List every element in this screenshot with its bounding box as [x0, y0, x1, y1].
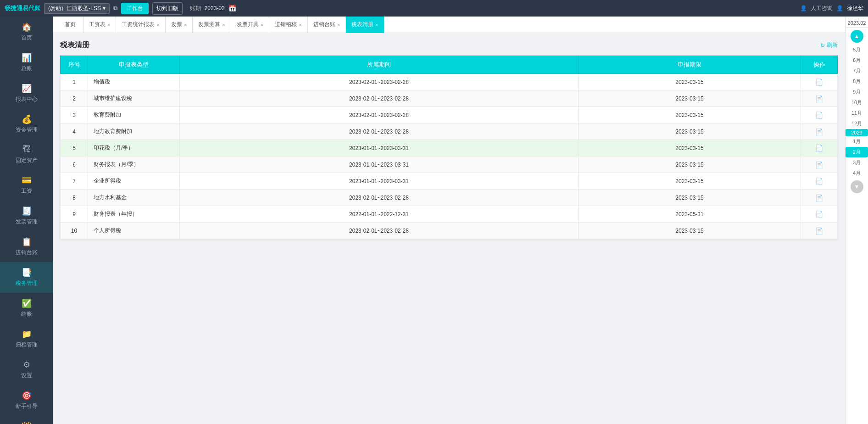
- sidebar-item-asset[interactable]: 🏗 固定资产: [0, 139, 53, 170]
- panel-month-7[interactable]: 7月: [846, 66, 868, 76]
- sidebar-label-report: 报表中心: [16, 95, 38, 103]
- ai-consult-label[interactable]: 人工咨询: [811, 5, 833, 12]
- tab-close-payroll[interactable]: ×: [107, 22, 110, 28]
- table-row: 2 城市维护建设税 2023-02-01~2023-02-28 2023-03-…: [61, 90, 838, 107]
- tab-home[interactable]: 首页: [57, 17, 83, 33]
- panel-month-12[interactable]: 12月: [846, 118, 868, 129]
- action-icon-3[interactable]: 📄: [815, 112, 823, 119]
- company-selector[interactable]: (勿动）江西股圣-LSS ▾: [44, 3, 110, 14]
- tab-close-invoice-issue[interactable]: ×: [261, 22, 263, 28]
- sidebar-item-invoice[interactable]: 🧾 发票管理: [0, 201, 53, 231]
- action-icon-10[interactable]: 📄: [815, 227, 823, 234]
- tab-close-invoice-calc[interactable]: ×: [222, 22, 225, 28]
- refresh-button[interactable]: ↻ 刷新: [820, 41, 838, 49]
- fund-icon: 💰: [22, 114, 32, 124]
- cell-deadline: 2023-03-15: [578, 74, 801, 90]
- tab-payroll-report[interactable]: 工资统计报表 ×: [116, 17, 165, 33]
- sidebar-item-settle[interactable]: ✅ 结账: [0, 293, 53, 324]
- action-icon-2[interactable]: 📄: [815, 95, 823, 102]
- sidebar-item-purchase[interactable]: 📋 进销台账: [0, 231, 53, 262]
- sidebar-item-payroll[interactable]: 💳 工资: [0, 170, 53, 201]
- cell-seq: 8: [61, 190, 88, 206]
- panel-month-3[interactable]: 3月: [846, 157, 868, 168]
- tab-close-purchase-ledger[interactable]: ×: [337, 22, 340, 28]
- tab-close-invoice[interactable]: ×: [184, 22, 187, 28]
- sidebar-label-invoice: 发票管理: [16, 218, 38, 226]
- cell-type: 印花税（月/季）: [88, 140, 180, 156]
- panel-month-2[interactable]: 2月: [846, 147, 868, 157]
- panel-month-9[interactable]: 9月: [846, 87, 868, 97]
- action-icon-8[interactable]: 📄: [815, 194, 823, 201]
- cell-deadline: 2023-03-15: [578, 107, 801, 123]
- action-icon-4[interactable]: 📄: [815, 128, 823, 135]
- panel-month-10[interactable]: 10月: [846, 97, 868, 108]
- sidebar-item-report[interactable]: 📈 报表中心: [0, 78, 53, 109]
- panel-month-6[interactable]: 6月: [846, 55, 868, 66]
- table-row: 7 企业所得税 2023-01-01~2023-03-31 2023-03-15…: [61, 173, 838, 190]
- tab-payroll[interactable]: 工资表 ×: [83, 17, 116, 33]
- cell-action[interactable]: 📄: [801, 173, 838, 190]
- cell-action[interactable]: 📄: [801, 223, 838, 239]
- sidebar-item-settings[interactable]: ⚙ 设置: [0, 354, 53, 385]
- tab-invoice-issue[interactable]: 发票开具 ×: [231, 17, 269, 33]
- tab-close-tax-registry[interactable]: ×: [375, 22, 378, 28]
- tab-purchase-audit[interactable]: 进销稽核 ×: [269, 17, 307, 33]
- sidebar-item-archive[interactable]: 📁 归档管理: [0, 324, 53, 354]
- cell-period: 2023-01-01~2023-03-31: [180, 156, 579, 173]
- panel-down-button[interactable]: ▼: [851, 180, 863, 193]
- tab-tax-registry[interactable]: 税表清册 ×: [346, 17, 384, 33]
- action-icon-5[interactable]: 📄: [815, 145, 823, 152]
- calendar-icon[interactable]: 📅: [228, 5, 236, 12]
- cell-action[interactable]: 📄: [801, 107, 838, 123]
- sidebar-label-purchase: 进销台账: [16, 249, 38, 257]
- panel-up-button[interactable]: ▲: [851, 30, 863, 43]
- panel-month-8[interactable]: 8月: [846, 76, 868, 87]
- tab-invoice[interactable]: 发票 ×: [166, 17, 193, 33]
- tab-close-purchase-audit[interactable]: ×: [299, 22, 301, 28]
- sidebar-item-fund[interactable]: 💰 资金管理: [0, 109, 53, 139]
- cell-type: 财务报表（月/季）: [88, 156, 180, 173]
- action-icon-1[interactable]: 📄: [815, 78, 823, 86]
- workbench-button[interactable]: 工作台: [121, 3, 149, 14]
- cell-period: 2023-02-01~2023-02-28: [180, 90, 579, 107]
- action-icon-7[interactable]: 📄: [815, 178, 823, 185]
- sidebar-item-tax[interactable]: 📑 税务管理: [0, 262, 53, 293]
- tab-close-payroll-report[interactable]: ×: [156, 22, 159, 28]
- tab-purchase-ledger[interactable]: 进销台账 ×: [308, 17, 346, 33]
- panel-month-1[interactable]: 1月: [846, 136, 868, 147]
- panel-year-2023[interactable]: 2023: [846, 129, 868, 136]
- copy-icon[interactable]: ⧉: [113, 5, 117, 12]
- table-row: 1 增值税 2023-02-01~2023-02-28 2023-03-15 📄: [61, 74, 838, 90]
- cell-action[interactable]: 📄: [801, 140, 838, 156]
- panel-month-5[interactable]: 5月: [846, 45, 868, 55]
- cell-action[interactable]: 📄: [801, 190, 838, 206]
- cell-type: 地方水利基金: [88, 190, 180, 206]
- panel-month-11[interactable]: 11月: [846, 108, 868, 118]
- sidebar-label-payroll: 工资: [21, 187, 32, 195]
- tab-invoice-calc[interactable]: 发票测算 ×: [193, 17, 231, 33]
- cell-action[interactable]: 📄: [801, 90, 838, 107]
- username[interactable]: 徐泾华: [847, 5, 863, 12]
- cell-seq: 6: [61, 156, 88, 173]
- sidebar-item-vip[interactable]: 👑 畅会员: [0, 416, 53, 424]
- tax-table: 序号 申报表类型 所属期间 申报期限 操作 1 增值税 2023-02-01~2…: [60, 56, 838, 239]
- action-icon-9[interactable]: 📄: [815, 211, 823, 218]
- sidebar: 🏠 首页 📊 总账 📈 报表中心 💰 资金管理 🏗 固定资产 💳 工资 🧾 发票…: [0, 17, 53, 424]
- cell-action[interactable]: 📄: [801, 74, 838, 90]
- cell-seq: 5: [61, 140, 88, 156]
- cell-action[interactable]: 📄: [801, 206, 838, 223]
- page-title: 税表清册: [60, 40, 89, 50]
- sidebar-label-archive: 归档管理: [16, 341, 38, 349]
- sidebar-item-home[interactable]: 🏠 首页: [0, 17, 53, 47]
- panel-month-4[interactable]: 4月: [846, 168, 868, 179]
- cell-action[interactable]: 📄: [801, 156, 838, 173]
- sidebar-item-guide[interactable]: 🎯 新手引导: [0, 385, 53, 416]
- action-icon-6[interactable]: 📄: [815, 161, 823, 168]
- switch-button[interactable]: 切到旧版: [152, 2, 183, 15]
- payroll-icon: 💳: [22, 175, 32, 185]
- period-label: 账期: [190, 5, 201, 12]
- cell-action[interactable]: 📄: [801, 123, 838, 140]
- cell-period: 2023-02-01~2023-02-28: [180, 107, 579, 123]
- cell-type: 地方教育费附加: [88, 123, 180, 140]
- sidebar-item-account[interactable]: 📊 总账: [0, 47, 53, 78]
